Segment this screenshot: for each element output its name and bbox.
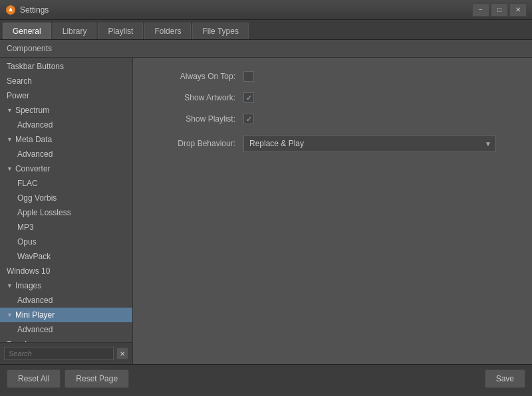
sidebar-item-tray-icon[interactable]: Tray Icon: [0, 337, 132, 342]
always-on-top-label: Always On Top:: [149, 72, 235, 81]
show-artwork-label: Show Artwork:: [149, 93, 235, 102]
reset-all-button[interactable]: Reset All: [7, 369, 61, 388]
always-on-top-row: Always On Top:: [149, 71, 516, 82]
sidebar-item-meta-data-advanced[interactable]: Advanced: [0, 147, 132, 161]
sidebar-item-meta-data[interactable]: ▼Meta Data: [0, 132, 132, 147]
sidebar-item-label: WavPack: [17, 252, 51, 261]
reset-page-button[interactable]: Reset Page: [65, 369, 129, 388]
sidebar-item-label: Apple Lossless: [17, 208, 71, 217]
sidebar-item-mini-player-advanced[interactable]: Advanced: [0, 322, 132, 337]
sidebar-item-label: Images: [15, 281, 41, 290]
sidebar: Taskbar ButtonsSearchPower▼SpectrumAdvan…: [0, 58, 133, 364]
sidebar-item-ogg-vorbis[interactable]: Ogg Vorbis: [0, 191, 132, 205]
show-playlist-checkbox[interactable]: [243, 114, 254, 124]
sidebar-item-label: Spectrum: [15, 106, 49, 115]
app-icon: [5, 5, 16, 15]
dropdown-arrow-icon: ▼: [485, 140, 491, 148]
sidebar-item-label: Mini Player: [15, 310, 55, 320]
minimize-button[interactable]: −: [472, 3, 489, 17]
sidebar-item-images-advanced[interactable]: Advanced: [0, 293, 132, 308]
tab-folders[interactable]: Folders: [144, 23, 191, 39]
sidebar-item-label: Advanced: [17, 149, 53, 159]
expand-arrow-icon: ▼: [7, 282, 13, 289]
show-artwork-checkbox[interactable]: [243, 92, 254, 103]
sidebar-item-mp3[interactable]: MP3: [0, 220, 132, 235]
tab-playlist[interactable]: Playlist: [98, 23, 143, 39]
drop-behaviour-row: Drop Behaviour: Replace & Play ▼: [149, 135, 516, 152]
window-title: Settings: [20, 5, 472, 15]
expand-arrow-icon: ▼: [7, 107, 13, 114]
sidebar-item-converter[interactable]: ▼Converter: [0, 161, 132, 176]
always-on-top-checkbox[interactable]: [243, 71, 254, 82]
sidebar-item-label: Meta Data: [15, 135, 52, 144]
sidebar-item-label: Power: [7, 91, 29, 100]
sidebar-item-label: Windows 10: [7, 266, 50, 276]
components-header: Components: [0, 40, 532, 58]
tab-filetypes[interactable]: File Types: [192, 23, 248, 39]
save-button[interactable]: Save: [485, 369, 525, 388]
window-controls: − □ ✕: [472, 3, 527, 17]
title-bar: Settings − □ ✕: [0, 0, 532, 20]
sidebar-item-label: MP3: [17, 223, 34, 232]
tab-bar: General Library Playlist Folders File Ty…: [0, 20, 532, 40]
search-clear-button[interactable]: ✕: [116, 347, 128, 359]
sidebar-item-search[interactable]: Search: [0, 74, 132, 88]
drop-behaviour-label: Drop Behaviour:: [149, 139, 235, 148]
sidebar-item-opus[interactable]: Opus: [0, 235, 132, 249]
sidebar-item-power[interactable]: Power: [0, 88, 132, 103]
sidebar-item-label: Advanced: [17, 120, 53, 130]
sidebar-item-label: Advanced: [17, 325, 53, 334]
sidebar-item-label: FLAC: [17, 179, 38, 188]
tab-general[interactable]: General: [3, 23, 51, 39]
content-split: Taskbar ButtonsSearchPower▼SpectrumAdvan…: [0, 58, 532, 364]
sidebar-search-bar: ✕: [0, 342, 132, 364]
sidebar-list: Taskbar ButtonsSearchPower▼SpectrumAdvan…: [0, 58, 132, 342]
sidebar-item-spectrum[interactable]: ▼Spectrum: [0, 103, 132, 118]
main-area: Components Taskbar ButtonsSearchPower▼Sp…: [0, 40, 532, 364]
expand-arrow-icon: ▼: [7, 136, 13, 143]
sidebar-item-label: Search: [7, 76, 32, 86]
sidebar-item-images[interactable]: ▼Images: [0, 278, 132, 293]
show-artwork-row: Show Artwork:: [149, 92, 516, 103]
sidebar-item-taskbar-buttons[interactable]: Taskbar Buttons: [0, 59, 132, 74]
close-button[interactable]: ✕: [509, 3, 527, 17]
sidebar-item-apple-lossless[interactable]: Apple Lossless: [0, 205, 132, 220]
sidebar-item-mini-player[interactable]: ▼Mini Player: [0, 308, 132, 322]
expand-arrow-icon: ▼: [7, 312, 13, 318]
sidebar-item-flac[interactable]: FLAC: [0, 176, 132, 191]
show-playlist-label: Show Playlist:: [149, 114, 235, 124]
sidebar-item-label: Taskbar Buttons: [7, 62, 64, 71]
show-playlist-row: Show Playlist:: [149, 114, 516, 124]
sidebar-item-windows-10[interactable]: Windows 10: [0, 264, 132, 278]
bottom-bar: Reset All Reset Page Save: [0, 364, 532, 392]
sidebar-item-label: Ogg Vorbis: [17, 193, 57, 203]
tab-library[interactable]: Library: [53, 23, 97, 39]
sidebar-item-label: Converter: [15, 164, 51, 173]
drop-behaviour-select[interactable]: Replace & Play ▼: [243, 135, 496, 152]
right-panel: Always On Top: Show Artwork: Show Playli…: [133, 58, 532, 364]
search-input[interactable]: [4, 347, 114, 360]
sidebar-item-wavpack[interactable]: WavPack: [0, 249, 132, 264]
sidebar-item-label: Opus: [17, 237, 37, 247]
sidebar-item-spectrum-advanced[interactable]: Advanced: [0, 118, 132, 132]
sidebar-item-label: Advanced: [17, 296, 53, 305]
expand-arrow-icon: ▼: [7, 165, 13, 172]
maximize-button[interactable]: □: [491, 3, 508, 17]
